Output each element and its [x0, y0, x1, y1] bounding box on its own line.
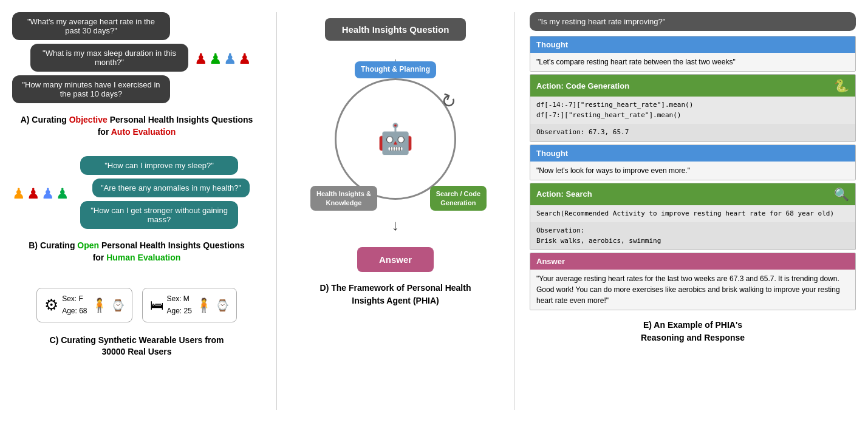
- caption-a-line2-highlight: Auto Evaluation: [111, 127, 176, 137]
- bubble-a-2: "What is my max sleep duration in this m…: [30, 44, 188, 72]
- user-cards: ⚙ Sex: F Age: 68 🧍 ⌚ 🛏 Sex: M Age: 25 🧍 …: [12, 288, 261, 322]
- section-b: ♟ ♟ ♟ ♟ "How can I improve my sleep?" "A…: [12, 156, 261, 229]
- age-male: Age: 25: [167, 305, 192, 317]
- search-code: Search(Recommended Activity to improve r…: [530, 205, 855, 223]
- bubble-a-3: "How many minutes have I exercised in th…: [12, 75, 170, 103]
- panel-center: Health Insights Question ↓ Thought & Pla…: [286, 12, 505, 410]
- bubble-b-3: "How can I get stronger without gaining …: [80, 201, 238, 229]
- code-block-1: df[-14:-7]["resting_heart_rate"].mean() …: [530, 97, 855, 124]
- person-icon-1: ♟: [194, 52, 208, 66]
- python-icon: 🐍: [834, 78, 849, 93]
- caption-b-highlight: Open: [77, 240, 99, 250]
- search-code-text: Search(Recommended Activity to improve r…: [536, 209, 834, 217]
- person-icon-b-3: ♟: [41, 186, 55, 201]
- answer-text: "Your average resting heart rates for th…: [530, 270, 855, 310]
- section-b-bubbles: "How can I improve my sleep?" "Are there…: [80, 156, 250, 229]
- label-thought: Thought & Planning: [355, 61, 436, 78]
- label-search: Search / CodeGeneration: [430, 186, 487, 211]
- caption-e: E) An Example of PHIA'sReasoning and Res…: [530, 319, 856, 344]
- divider-2: [514, 12, 514, 410]
- framework-question-box: Health Insights Question: [325, 18, 466, 41]
- person-icon-b-2: ♟: [27, 186, 40, 201]
- gear-icon-female: ⚙: [44, 296, 58, 315]
- user-card-male: 🛏 Sex: M Age: 25 🧍 ⌚: [142, 288, 237, 322]
- person-icon-b-4: ♟: [56, 186, 69, 201]
- caption-b-line2-prefix: for: [93, 253, 107, 262]
- search-icon: 🔍: [834, 187, 849, 202]
- thought1-text: "Let's compare resting heart rate betwee…: [530, 53, 855, 71]
- caption-b-suffix: Personal Health Insights Questions: [99, 240, 245, 250]
- thought2-header: Thought: [530, 145, 855, 162]
- person-female: 🧍: [91, 298, 108, 313]
- obs2-text: Brisk walks, aerobics, swimming: [536, 237, 661, 245]
- sex-male: Sex: M: [167, 293, 192, 305]
- circle-diagram: Thought & Planning 🤖 Health Insights &Kn…: [329, 72, 462, 206]
- e-thought-2: Thought "Now let's look for ways to impr…: [530, 145, 856, 180]
- answer-box-d: Answer: [357, 247, 434, 272]
- bubble-a-1: "What's my average heart rate in the pas…: [12, 12, 170, 40]
- action-search-header-text: Action: Search: [536, 189, 592, 199]
- caption-d: D) The Framework of Personal HealthInsig…: [320, 282, 471, 307]
- caption-a-highlight: Objective: [69, 115, 108, 124]
- e-thought-1: Thought "Let's compare resting heart rat…: [530, 36, 856, 72]
- arrow-down-2: ↓: [392, 218, 399, 233]
- thought1-header: Thought: [530, 36, 855, 53]
- user-card-female: ⚙ Sex: F Age: 68 🧍 ⌚: [36, 288, 132, 322]
- caption-a-prefix: A) Curating: [21, 115, 69, 124]
- age-female: Age: 68: [62, 305, 87, 317]
- people-b: ♟ ♟ ♟ ♟: [12, 186, 69, 201]
- observation-2-label: Observation: Brisk walks, aerobics, swim…: [530, 222, 855, 250]
- e-action-search: Action: Search 🔍 Search(Recommended Acti…: [530, 183, 856, 251]
- person-icon-b-1: ♟: [12, 186, 26, 201]
- obs2-label: Observation:: [536, 226, 584, 234]
- caption-b: B) Curating Open Personal Health Insight…: [12, 240, 261, 264]
- panel-right: "Is my resting heart rate improving?" Th…: [524, 12, 862, 410]
- observation-1: Observation: 67.3, 65.7: [530, 124, 855, 141]
- divider-1: [276, 12, 277, 410]
- action-search-header: Action: Search 🔍: [530, 183, 855, 205]
- e-answer: Answer "Your average resting heart rates…: [530, 253, 856, 310]
- watch-icon-m: ⌚: [216, 299, 229, 312]
- card-info-female: Sex: F Age: 68: [62, 293, 87, 316]
- section-a: "What's my average heart rate in the pas…: [12, 12, 261, 103]
- caption-c: C) Curating Synthetic Wearable Users fro…: [12, 335, 261, 358]
- person-icon-2: ♟: [209, 52, 222, 66]
- action-code-header: Action: Code Generation 🐍: [530, 75, 855, 97]
- caption-a-suffix: Personal Health Insights Questions: [108, 115, 253, 124]
- bubble-b-1: "How can I improve my sleep?": [80, 156, 238, 175]
- bubble-b-2: "Are there any anomalies in my health?": [92, 179, 250, 197]
- code-line-1: df[-14:-7]["resting_heart_rate"].mean(): [536, 100, 849, 111]
- question-bubble-e: "Is my resting heart rate improving?": [530, 12, 856, 31]
- label-health: Health Insights &Knowledge: [310, 186, 377, 211]
- caption-b-line2-highlight: Human Evaluation: [106, 253, 180, 262]
- action-code-header-text: Action: Code Generation: [536, 81, 629, 90]
- card-info-male: Sex: M Age: 25: [167, 293, 192, 316]
- thought2-text: "Now let's look for ways to improve even…: [530, 162, 855, 180]
- person-male: 🧍: [196, 298, 212, 313]
- e-action-code: Action: Code Generation 🐍 df[-14:-7]["re…: [530, 74, 856, 142]
- robot-icon: 🤖: [377, 124, 414, 154]
- watch-icon-f: ⌚: [111, 299, 125, 312]
- caption-b-prefix: B) Curating: [29, 240, 77, 250]
- people-a: ♟ ♟ ♟ ♟: [194, 52, 251, 66]
- person-icon-4: ♟: [238, 52, 251, 66]
- section-a-bubbles: "What's my average heart rate in the pas…: [12, 12, 188, 103]
- person-icon-3: ♟: [224, 52, 237, 66]
- sex-female: Sex: F: [62, 293, 87, 305]
- thought-label-text: Thought & Planning: [361, 65, 430, 73]
- answer-header: Answer: [530, 253, 855, 270]
- sleep-icon: 🛏: [150, 298, 163, 313]
- panel-left: "What's my average heart rate in the pas…: [6, 12, 267, 410]
- caption-a-line2-prefix: for: [98, 127, 111, 137]
- code-line-2: df[-7:]["resting_heart_rate"].mean(): [536, 111, 849, 121]
- caption-a: A) Curating Objective Personal Health In…: [12, 114, 261, 138]
